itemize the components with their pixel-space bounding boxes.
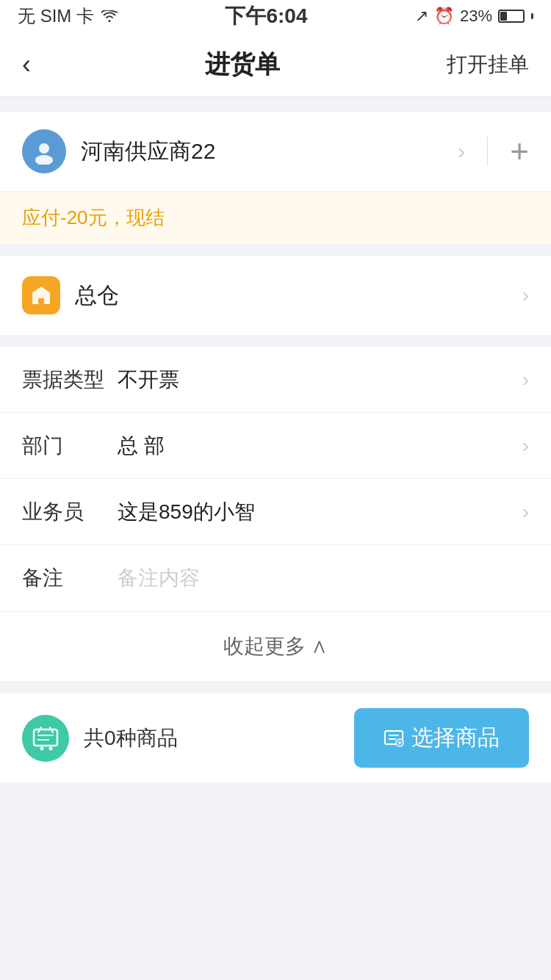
supplier-row[interactable]: 河南供应商22 › +	[0, 112, 551, 192]
warning-text: 应付-20元，现结	[22, 206, 165, 228]
invoice-type-chevron-icon: ›	[522, 368, 529, 392]
salesperson-row[interactable]: 业务员 这是859的小智 ›	[0, 479, 551, 545]
svg-point-0	[39, 143, 49, 154]
supplier-section: 河南供应商22 › + 应付-20元，现结	[0, 112, 551, 244]
collapse-button[interactable]: 收起更多 ∧	[0, 611, 551, 681]
svg-point-7	[49, 746, 53, 750]
invoice-type-value: 不开票	[110, 366, 522, 394]
remark-label: 备注	[22, 564, 110, 592]
battery-label: 23%	[460, 7, 492, 26]
form-section: 票据类型 不开票 › 部门 总 部 › 业务员 这是859的小智 › 备注 备注…	[0, 347, 551, 611]
gap-1	[0, 244, 551, 256]
open-pending-button[interactable]: 打开挂单	[447, 51, 529, 79]
department-value: 总 部	[110, 432, 522, 460]
battery-tip	[531, 13, 533, 19]
salesperson-chevron-icon: ›	[522, 500, 529, 524]
back-button[interactable]: ‹	[15, 42, 38, 87]
page-title: 进货单	[205, 48, 280, 82]
no-sim-label: 无 SIM 卡	[18, 4, 94, 28]
gap-3	[0, 681, 551, 693]
collapse-label: 收起更多 ∧	[223, 635, 328, 657]
warehouse-name: 总仓	[75, 281, 522, 311]
salesperson-value: 这是859的小智	[110, 498, 522, 526]
warehouse-row[interactable]: 总仓 ›	[0, 256, 551, 335]
department-row[interactable]: 部门 总 部 ›	[0, 413, 551, 479]
salesperson-label: 业务员	[22, 498, 110, 526]
cart-icon-wrap	[22, 715, 69, 762]
gap-top	[0, 97, 551, 112]
location-icon: ↗	[415, 7, 428, 26]
svg-point-6	[40, 746, 44, 750]
warning-banner: 应付-20元，现结	[0, 192, 551, 244]
status-bar: 无 SIM 卡 下午6:04 ↗ ⏰ 23%	[0, 0, 551, 32]
remark-row[interactable]: 备注 备注内容	[0, 545, 551, 611]
remark-placeholder: 备注内容	[110, 564, 529, 592]
warehouse-chevron-icon: ›	[522, 284, 529, 307]
invoice-type-row[interactable]: 票据类型 不开票 ›	[0, 347, 551, 413]
warehouse-icon-wrap	[22, 276, 60, 314]
supplier-name: 河南供应商22	[81, 137, 458, 167]
alarm-icon: ⏰	[434, 7, 454, 26]
status-left: 无 SIM 卡	[18, 4, 118, 28]
status-right: ↗ ⏰ 23%	[415, 7, 533, 26]
select-product-button[interactable]: 选择商品	[354, 708, 529, 768]
product-count: 共0种商品	[84, 724, 354, 752]
battery-icon	[498, 10, 525, 23]
supplier-avatar	[22, 129, 66, 173]
wifi-icon	[101, 6, 118, 26]
bottom-bar: 共0种商品 选择商品	[0, 693, 551, 782]
department-label: 部门	[22, 432, 110, 460]
status-time: 下午6:04	[225, 2, 307, 30]
nav-bar: ‹ 进货单 打开挂单	[0, 32, 551, 97]
add-supplier-button[interactable]: +	[510, 135, 529, 167]
divider	[487, 137, 488, 166]
warehouse-section: 总仓 ›	[0, 256, 551, 335]
supplier-chevron-icon: ›	[458, 139, 465, 164]
select-btn-label: 选择商品	[411, 723, 500, 753]
svg-point-1	[35, 155, 53, 165]
department-chevron-icon: ›	[522, 434, 529, 458]
svg-rect-4	[38, 298, 44, 304]
svg-marker-3	[32, 287, 51, 293]
invoice-type-label: 票据类型	[22, 366, 110, 394]
gap-2	[0, 335, 551, 347]
svg-rect-5	[34, 729, 57, 746]
